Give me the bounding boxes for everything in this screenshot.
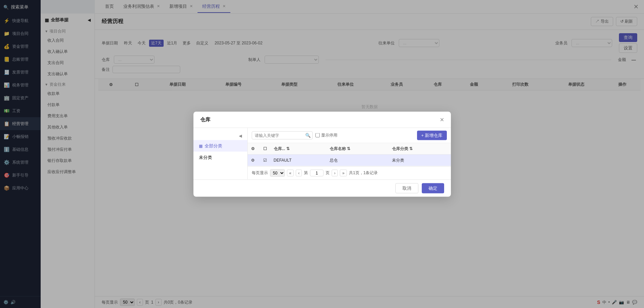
- th-modal-settings[interactable]: ⚙: [248, 143, 260, 155]
- sort-icon: ⇅: [286, 146, 290, 151]
- th-name-label: 仓库名称: [330, 146, 346, 151]
- th-category-label: 仓库分类: [392, 146, 408, 151]
- row-name: 总仓: [326, 155, 389, 166]
- modal-content: 🔍 显示停用 + 新增仓库 ⚙ ☐: [248, 128, 451, 179]
- pagination-first-btn[interactable]: «: [287, 169, 294, 176]
- row-settings[interactable]: ⚙: [248, 155, 260, 166]
- th-modal-name[interactable]: 仓库名称 ⇅: [326, 143, 389, 155]
- grid-icon: ▦: [199, 143, 203, 148]
- modal-footer: 取消 确定: [193, 179, 451, 197]
- modal-sidebar-item-all[interactable]: ▦ 全部分类: [193, 140, 247, 151]
- warehouse-modal: 仓库 ✕ ◀ ▦ 全部分类 未分类 🔍: [193, 111, 451, 197]
- modal-sidebar-uncategorized-label: 未分类: [199, 154, 212, 160]
- modal-search-input[interactable]: [252, 131, 313, 139]
- modal-sidebar: ◀ ▦ 全部分类 未分类: [193, 128, 248, 179]
- pagination-page-label: 第: [304, 170, 308, 176]
- pagination-last-btn[interactable]: »: [340, 169, 347, 176]
- pagination-page-input[interactable]: [310, 169, 324, 176]
- sort-icon: ⇅: [347, 146, 350, 151]
- modal-toolbar: 🔍 显示停用 + 新增仓库: [248, 128, 451, 143]
- modal-search-icon: 🔍: [305, 133, 311, 138]
- pagination-page-suffix: 页: [326, 170, 330, 176]
- th-modal-category[interactable]: 仓库分类 ⇅: [389, 143, 451, 155]
- modal-sidebar-collapse[interactable]: ◀: [193, 131, 247, 140]
- row-code: DEFAULT: [270, 155, 327, 166]
- pagination-next-btn[interactable]: ›: [332, 169, 338, 176]
- modal-pagination: 每页显示 50 « ‹ 第 页 › » 共1页，1条记录: [248, 166, 451, 179]
- modal-sidebar-all-label: 全部分类: [205, 143, 222, 149]
- modal-sidebar-scroll: 未分类: [193, 151, 247, 163]
- modal-body: ◀ ▦ 全部分类 未分类 🔍 显示停用: [193, 128, 451, 179]
- pagination-per-page-label: 每页显示: [252, 170, 268, 176]
- add-warehouse-button[interactable]: + 新增仓库: [417, 130, 446, 140]
- modal-table: ⚙ ☐ 仓库... ⇅ 仓库名称 ⇅: [248, 143, 451, 166]
- modal-search-wrap: 🔍: [252, 131, 313, 139]
- th-modal-code[interactable]: 仓库... ⇅: [270, 143, 327, 155]
- row-checkbox[interactable]: ☑: [260, 155, 270, 166]
- row-category: 未分类: [389, 155, 451, 166]
- th-modal-checkbox[interactable]: ☐: [260, 143, 270, 155]
- pagination-total-info: 共1页，1条记录: [349, 170, 378, 176]
- modal-header: 仓库 ✕: [193, 111, 451, 128]
- pagination-per-page-select[interactable]: 50: [270, 169, 285, 177]
- modal-sidebar-item-uncategorized[interactable]: 未分类: [193, 151, 247, 163]
- confirm-button[interactable]: 确定: [422, 183, 444, 193]
- modal-close-button[interactable]: ✕: [440, 116, 444, 123]
- pagination-prev-btn[interactable]: ‹: [296, 169, 302, 176]
- modal-table-wrap: ⚙ ☐ 仓库... ⇅ 仓库名称 ⇅: [248, 143, 451, 166]
- table-row[interactable]: ⚙ ☑ DEFAULT 总仓 未分类: [248, 155, 451, 166]
- th-code-label: 仓库...: [274, 146, 285, 151]
- show-disabled-text: 显示停用: [321, 132, 337, 138]
- show-disabled-label[interactable]: 显示停用: [315, 132, 337, 138]
- show-disabled-checkbox[interactable]: [315, 133, 320, 138]
- modal-title: 仓库: [200, 116, 210, 123]
- cancel-button[interactable]: 取消: [395, 183, 418, 193]
- sort-icon: ⇅: [409, 146, 413, 151]
